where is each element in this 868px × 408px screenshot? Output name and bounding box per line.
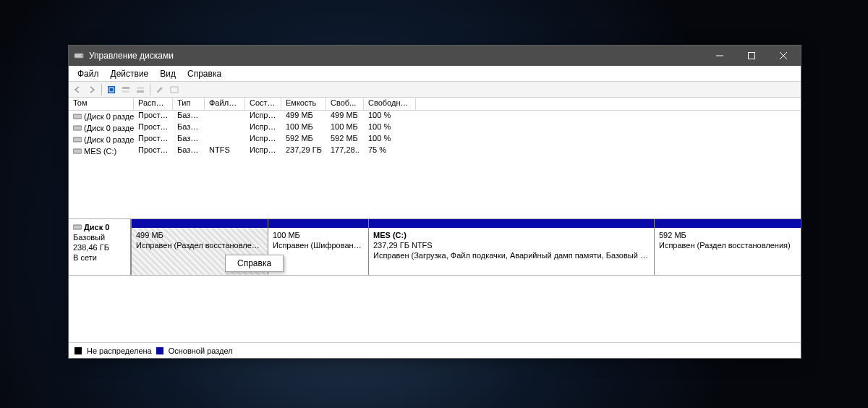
cell-volume: (Диск 0 разде...	[84, 124, 134, 132]
partition-desc: Исправен (Загрузка, Файл подкачки, Авари…	[373, 250, 650, 260]
legend-unallocated: Не распределена	[87, 347, 152, 355]
volume-icon	[73, 136, 82, 143]
toolbar	[69, 82, 801, 98]
maximize-button[interactable]	[736, 46, 767, 66]
volume-icon	[73, 124, 82, 132]
nav-back-icon[interactable]	[71, 83, 84, 96]
table-row[interactable]: (Диск 0 разде... Простой Базов... Испра.…	[69, 122, 801, 134]
table-row[interactable]: (Диск 0 разде... Простой Базов... Испра.…	[69, 134, 801, 145]
cell-capacity: 592 МБ	[281, 134, 326, 145]
cell-volume: (Диск 0 разде...	[84, 112, 134, 121]
partition-title: MES (C:)	[373, 230, 650, 240]
partition-header	[132, 219, 268, 228]
partition-size: 100 МБ	[273, 230, 364, 240]
svg-rect-11	[73, 137, 82, 142]
cell-type: Базов...	[173, 134, 205, 145]
refresh-icon[interactable]	[105, 83, 118, 96]
menu-file[interactable]: Файл	[72, 67, 105, 80]
svg-rect-4	[122, 87, 129, 89]
cell-free: 592 МБ	[326, 134, 364, 145]
disk-info[interactable]: Диск 0 Базовый 238,46 ГБ В сети	[69, 219, 131, 275]
col-type[interactable]: Тип	[173, 98, 205, 110]
cell-type: Базов...	[173, 111, 205, 122]
table-row[interactable]: (Диск 0 разде... Простой Базов... Испра.…	[69, 111, 801, 122]
toolbar-separator	[101, 84, 102, 95]
toolbar-separator	[150, 84, 150, 95]
disk-name: Диск 0	[84, 222, 109, 232]
cell-freepct: 100 %	[364, 134, 416, 145]
view-top-icon[interactable]	[119, 83, 132, 96]
titlebar[interactable]: Управление дисками	[69, 46, 801, 66]
partition-bar: 499 МБ Исправен (Раздел восстановления) …	[131, 219, 801, 275]
help-icon[interactable]	[168, 83, 181, 96]
cell-status: Испра...	[245, 111, 281, 122]
properties-icon[interactable]	[153, 83, 166, 96]
nav-forward-icon[interactable]	[85, 83, 98, 96]
context-menu-help[interactable]: Справка	[226, 255, 283, 271]
col-status[interactable]: Состоя...	[245, 98, 281, 110]
volume-list-header: Том Распол... Тип Файлова... Состоя... Е…	[69, 98, 801, 111]
cell-capacity: 100 МБ	[281, 122, 326, 134]
cell-type: Базов...	[173, 122, 205, 134]
svg-rect-5	[122, 90, 129, 93]
close-button[interactable]	[767, 46, 799, 66]
disk-icon	[73, 224, 82, 231]
view-bottom-icon[interactable]	[134, 83, 147, 96]
partition-size: 592 МБ	[659, 230, 796, 240]
app-icon	[73, 50, 85, 61]
legend: Не распределена Основной раздел	[69, 342, 801, 358]
table-row[interactable]: MES (C:) Простой Базов... NTFS Испра... …	[69, 145, 801, 157]
context-menu: Справка	[225, 255, 284, 272]
partition-recovery-2[interactable]: 592 МБ Исправен (Раздел восстановления)	[654, 219, 801, 275]
partition-size: 237,29 ГБ NTFS	[373, 240, 650, 250]
cell-fs	[205, 134, 245, 145]
disk-status: В сети	[73, 252, 126, 263]
col-volume[interactable]: Том	[69, 98, 134, 110]
partition-desc: Исправен (Раздел восстановления)	[136, 240, 263, 250]
cell-status: Испра...	[245, 122, 281, 134]
cell-type: Базов...	[173, 145, 205, 157]
cell-freepct: 100 %	[364, 122, 416, 134]
menu-view[interactable]: Вид	[154, 67, 182, 80]
svg-rect-12	[73, 149, 82, 153]
cell-fs	[205, 111, 245, 122]
cell-layout: Простой	[134, 122, 173, 134]
menubar: Файл Действие Вид Справка	[69, 66, 801, 82]
cell-status: Испра...	[245, 134, 281, 145]
partition-header	[369, 219, 654, 228]
svg-rect-10	[73, 126, 82, 130]
partition-header	[655, 219, 801, 228]
volume-icon	[73, 148, 82, 155]
cell-layout: Простой	[134, 134, 173, 145]
legend-swatch-primary	[156, 347, 163, 354]
menu-action[interactable]: Действие	[105, 67, 155, 80]
svg-rect-6	[137, 87, 144, 89]
disk-type: Базовый	[73, 232, 126, 242]
cell-volume: MES (C:)	[84, 147, 116, 156]
cell-layout: Простой	[134, 145, 173, 157]
svg-rect-7	[137, 90, 144, 93]
legend-primary: Основной раздел	[169, 347, 233, 355]
partition-desc: Исправен (Шифрованный (EFI) системный ра…	[273, 240, 364, 250]
partition-desc: Исправен (Раздел восстановления)	[659, 240, 796, 250]
volume-icon	[73, 113, 82, 120]
col-capacity[interactable]: Емкость	[281, 98, 326, 110]
volume-list: Том Распол... Тип Файлова... Состоя... Е…	[69, 98, 801, 219]
partition-header	[268, 219, 368, 228]
cell-status: Испра...	[245, 145, 281, 157]
col-freepct[interactable]: Свободно...	[364, 98, 416, 110]
cell-capacity: 499 МБ	[281, 111, 326, 122]
svg-rect-8	[171, 87, 178, 93]
disk-size: 238,46 ГБ	[73, 242, 126, 252]
empty-space	[69, 276, 801, 342]
col-free[interactable]: Своб...	[326, 98, 364, 110]
volume-list-body[interactable]: (Диск 0 разде... Простой Базов... Испра.…	[69, 111, 801, 218]
partition-c-drive[interactable]: MES (C:) 237,29 ГБ NTFS Исправен (Загруз…	[368, 219, 654, 275]
cell-free: 100 МБ	[326, 122, 364, 134]
disk-management-window: Управление дисками Файл Действие Вид Спр…	[68, 45, 801, 359]
svg-rect-9	[73, 114, 82, 119]
col-filesys[interactable]: Файлова...	[205, 98, 245, 110]
menu-help[interactable]: Справка	[182, 67, 227, 80]
minimize-button[interactable]	[704, 46, 736, 66]
col-layout[interactable]: Распол...	[134, 98, 173, 110]
